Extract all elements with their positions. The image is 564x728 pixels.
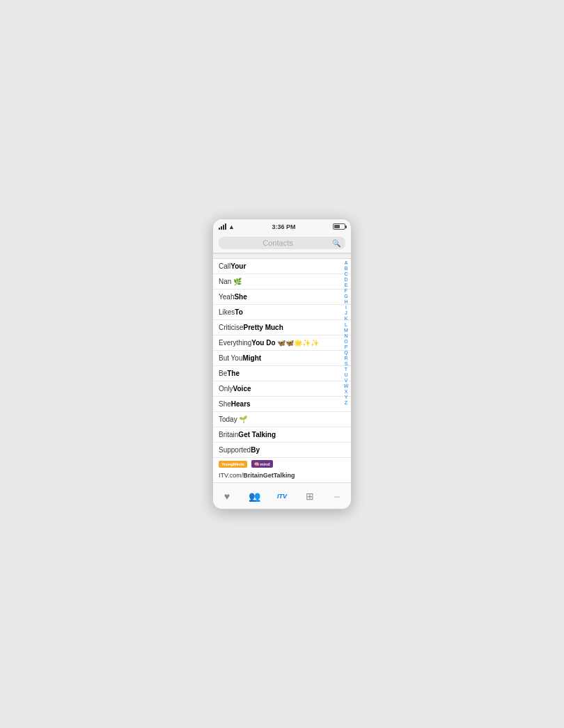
search-bar: Contacts 🔍 [213, 233, 351, 253]
contact-normal: Call [219, 262, 230, 270]
contact-row[interactable]: Yeah She [213, 290, 351, 305]
alpha-d[interactable]: D [344, 277, 347, 283]
bar1 [219, 228, 220, 230]
contact-normal: Supported [219, 446, 251, 454]
url-row: ITV.com/BritainGetTalking [213, 470, 351, 482]
alpha-f[interactable]: F [345, 288, 347, 294]
alpha-t[interactable]: T [345, 367, 347, 372]
alpha-o[interactable]: O [344, 339, 347, 345]
alpha-l[interactable]: L [345, 322, 347, 328]
contact-normal: Today 🌱 [219, 416, 247, 423]
alpha-g[interactable]: G [344, 294, 347, 299]
status-left: ▲ [219, 223, 235, 230]
alpha-index[interactable]: A B C D E F G H I J K L M N O P Q R S T … [343, 259, 350, 482]
alpha-c[interactable]: C [344, 271, 347, 277]
alpha-j[interactable]: J [345, 310, 347, 316]
section-divider [213, 253, 351, 259]
contact-normal: She [219, 400, 231, 408]
tab-favorites[interactable]: ♥ [213, 491, 241, 502]
alpha-z[interactable]: Z [345, 400, 347, 406]
contact-normal: Nan 🌿 [219, 278, 242, 285]
contact-bold: Might [242, 354, 261, 362]
contact-bold: Your [230, 262, 246, 270]
mind-logo: 🧠 mind [251, 460, 273, 468]
alpha-w[interactable]: W [344, 383, 349, 389]
contact-bold: She [234, 293, 246, 301]
phone-frame: ▲ 3:36 PM Contacts 🔍 Call Your Nan 🌿 [212, 219, 352, 509]
contact-normal: Criticise [219, 324, 244, 331]
signal-bars-icon [219, 223, 226, 230]
contact-row[interactable]: Only Voice [213, 381, 351, 397]
contact-row[interactable]: Criticise Pretty Much [213, 320, 351, 335]
contact-row[interactable]: She Hears [213, 397, 351, 412]
tab-voicemail[interactable]: ⏤ [323, 491, 351, 502]
battery-icon [333, 223, 345, 230]
favorites-icon: ♥ [224, 491, 230, 502]
contact-row[interactable]: Supported By [213, 443, 351, 458]
alpha-i[interactable]: I [345, 305, 347, 310]
contact-bold: You Do 🦋🦋🌟✨✨ [251, 339, 319, 347]
search-icon[interactable]: 🔍 [332, 239, 340, 247]
bar2 [221, 226, 222, 230]
contacts-wrapper: Call Your Nan 🌿 Yeah She Likes To Critic… [213, 259, 351, 482]
alpha-y[interactable]: Y [345, 395, 348, 400]
alpha-n[interactable]: N [344, 333, 347, 339]
contact-normal: Be [219, 370, 227, 377]
status-bar: ▲ 3:36 PM [213, 219, 351, 233]
contact-row[interactable]: Call Your [213, 259, 351, 274]
contacts-list: Call Your Nan 🌿 Yeah She Likes To Critic… [213, 259, 351, 482]
tab-itv[interactable]: ITV [268, 493, 296, 500]
contact-bold: Voice [233, 385, 251, 393]
contact-bold: Get Talking [238, 431, 276, 438]
search-placeholder: Contacts [224, 239, 332, 247]
alpha-k[interactable]: K [345, 316, 348, 322]
itv-icon: ITV [277, 493, 287, 500]
alpha-b[interactable]: B [345, 266, 348, 271]
youngminds-logo: YoungMinds [219, 461, 247, 468]
contact-row[interactable]: Today 🌱 [213, 412, 351, 427]
contact-bold: By [251, 446, 260, 454]
url-bold: BritainGetTalking [243, 472, 295, 479]
battery-fill [334, 225, 340, 228]
bar4 [225, 223, 226, 230]
contact-row[interactable]: Likes To [213, 305, 351, 320]
url-prefix: ITV.com/ [219, 472, 243, 479]
time-display: 3:36 PM [272, 223, 295, 230]
contact-normal: Britain [219, 431, 238, 438]
contact-normal: Everything [219, 339, 251, 347]
logo-row: YoungMinds 🧠 mind [213, 458, 351, 470]
tab-keypad[interactable]: ⊞ [296, 491, 324, 502]
contact-normal: But You [219, 354, 242, 362]
contact-bold: The [227, 370, 240, 377]
tab-bar: ♥ 👥 ITV ⊞ ⏤ [213, 482, 351, 509]
alpha-q[interactable]: Q [344, 350, 347, 356]
alpha-a[interactable]: A [345, 260, 348, 266]
keypad-icon: ⊞ [306, 491, 314, 502]
alpha-p[interactable]: P [345, 345, 348, 350]
contact-normal: Only [219, 385, 233, 393]
tab-recents[interactable]: 👥 [241, 491, 269, 502]
alpha-v[interactable]: V [345, 378, 348, 383]
alpha-u[interactable]: U [344, 372, 347, 378]
alpha-x[interactable]: X [345, 389, 348, 395]
recents-icon: 👥 [249, 491, 260, 502]
search-input-wrapper[interactable]: Contacts 🔍 [219, 237, 345, 249]
contact-row[interactable]: Everything You Do 🦋🦋🌟✨✨ [213, 335, 351, 351]
contact-row[interactable]: Britain Get Talking [213, 427, 351, 443]
bar3 [223, 225, 224, 230]
alpha-e[interactable]: E [345, 283, 348, 288]
alpha-h[interactable]: H [344, 299, 347, 305]
voicemail-icon: ⏤ [334, 491, 340, 502]
alpha-r[interactable]: R [344, 356, 347, 361]
wifi-icon: ▲ [228, 223, 235, 230]
contact-row[interactable]: Be The [213, 366, 351, 381]
contact-bold: Hears [231, 400, 251, 408]
battery-area [333, 223, 345, 230]
alpha-s[interactable]: S [345, 361, 348, 367]
contact-normal: Yeah [219, 293, 234, 301]
contact-row[interactable]: But You Might [213, 351, 351, 366]
contact-bold: To [235, 308, 242, 316]
contact-row[interactable]: Nan 🌿 [213, 274, 351, 290]
alpha-m[interactable]: M [344, 328, 348, 333]
contact-normal: Likes [219, 308, 235, 316]
